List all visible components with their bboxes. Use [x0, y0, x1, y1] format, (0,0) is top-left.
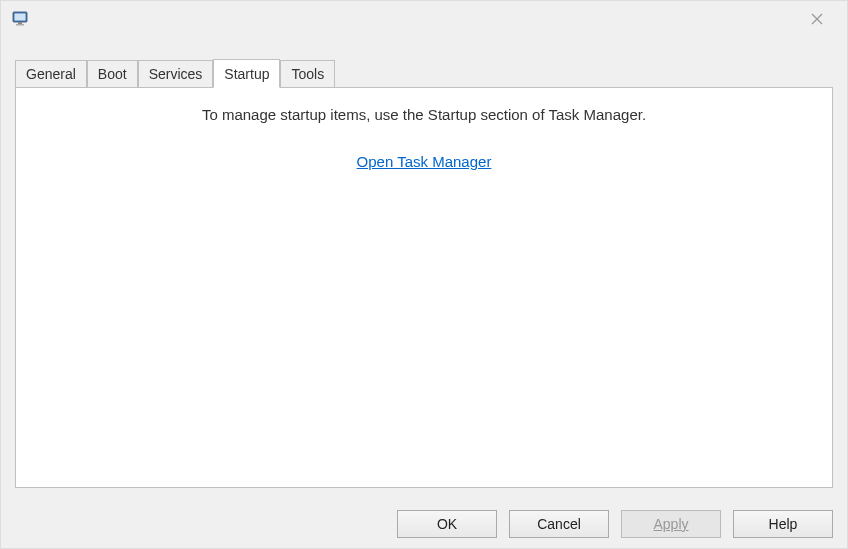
close-icon [811, 13, 823, 25]
ok-button[interactable]: OK [397, 510, 497, 538]
app-icon [11, 9, 31, 29]
tab-tools[interactable]: Tools [280, 60, 335, 87]
titlebar [1, 1, 847, 37]
apply-button: Apply [621, 510, 721, 538]
tab-general[interactable]: General [15, 60, 87, 87]
svg-rect-3 [16, 24, 24, 26]
close-button[interactable] [797, 4, 837, 34]
cancel-button[interactable]: Cancel [509, 510, 609, 538]
tab-services[interactable]: Services [138, 60, 214, 87]
svg-rect-2 [18, 22, 22, 24]
svg-rect-1 [15, 14, 26, 21]
dialog-button-row: OK Cancel Apply Help [1, 500, 847, 548]
msconfig-window: General Boot Services Startup Tools To m… [0, 0, 848, 549]
startup-message: To manage startup items, use the Startup… [34, 106, 814, 123]
tab-content-area: To manage startup items, use the Startup… [1, 87, 847, 500]
tab-strip: General Boot Services Startup Tools [1, 57, 847, 87]
help-button[interactable]: Help [733, 510, 833, 538]
open-task-manager-link[interactable]: Open Task Manager [357, 153, 492, 170]
tab-startup[interactable]: Startup [213, 59, 280, 88]
tab-boot[interactable]: Boot [87, 60, 138, 87]
startup-panel: To manage startup items, use the Startup… [15, 87, 833, 488]
